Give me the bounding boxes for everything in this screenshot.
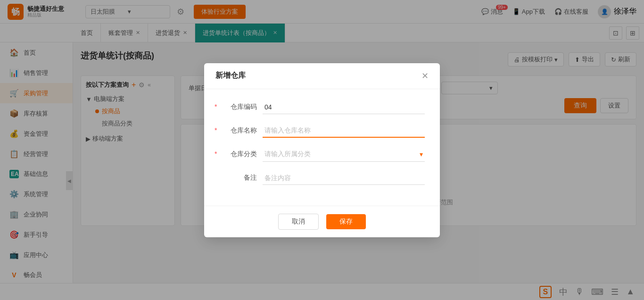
code-input[interactable]: [263, 100, 425, 114]
form-row-code: 仓库编码: [219, 100, 425, 114]
modal-body: 仓库编码 仓库名称 仓库分类 请输入所属分类 ▾ 备注: [204, 89, 440, 206]
category-select[interactable]: 请输入所属分类 ▾: [263, 147, 425, 162]
note-input[interactable]: [263, 171, 425, 185]
cancel-button[interactable]: 取消: [278, 214, 319, 230]
chevron-down-icon: ▾: [420, 150, 423, 158]
save-button[interactable]: 保存: [326, 214, 366, 229]
modal-overlay: 新增仓库 ✕ 仓库编码 仓库名称 仓库分类 请输入所属分类 ▾ 备注: [0, 0, 644, 300]
modal-title: 新增仓库: [215, 71, 246, 81]
form-row-category: 仓库分类 请输入所属分类 ▾: [219, 147, 425, 162]
modal-header: 新增仓库 ✕: [204, 63, 440, 89]
note-label: 备注: [219, 174, 257, 182]
modal-footer: 取消 保存: [204, 206, 440, 237]
code-label: 仓库编码: [219, 103, 257, 111]
form-row-name: 仓库名称: [219, 124, 425, 138]
name-label: 仓库名称: [219, 126, 257, 135]
add-warehouse-modal: 新增仓库 ✕ 仓库编码 仓库名称 仓库分类 请输入所属分类 ▾ 备注: [204, 63, 440, 237]
modal-close-button[interactable]: ✕: [421, 71, 429, 81]
form-row-note: 备注: [219, 171, 425, 185]
category-label: 仓库分类: [219, 150, 257, 158]
category-placeholder: 请输入所属分类: [264, 150, 311, 158]
name-input[interactable]: [263, 124, 425, 138]
